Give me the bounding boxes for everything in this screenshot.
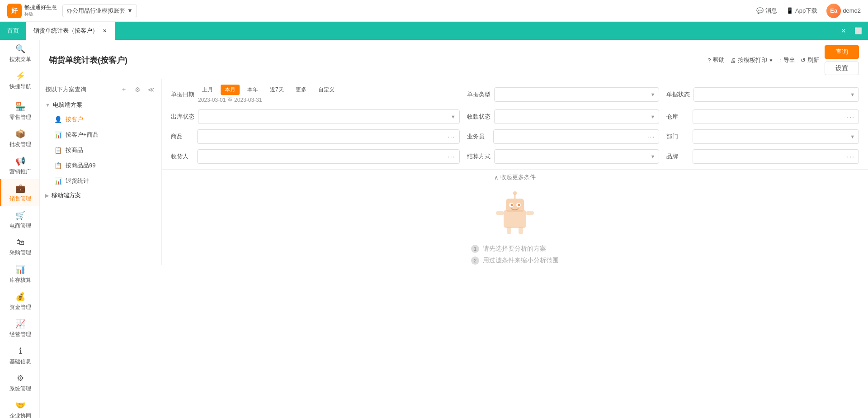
retail-icon: 🏪 <box>15 102 25 112</box>
out-status-control[interactable]: ▼ <box>198 109 460 124</box>
header-left: 好 畅捷通好生意 标版 办公用品行业模拟账套 ▼ <box>7 4 137 18</box>
search-menu-icon: 🔍 <box>15 44 25 54</box>
sidebar-item-ecommerce[interactable]: 🛒 电商管理 <box>0 206 39 233</box>
date-btn-this-year[interactable]: 本年 <box>243 85 262 95</box>
system-icon: ⚙ <box>17 373 24 383</box>
sidebar-item-sales[interactable]: 💼 销售管理 <box>0 179 39 206</box>
empty-step-1: 1 请先选择要分析的方案 <box>471 245 559 253</box>
date-label: 单据日期 <box>171 90 194 99</box>
scheme-item-by-customer-product[interactable]: 📊 按客户+商品 <box>40 127 161 142</box>
sidebar-item-purchase[interactable]: 🛍 采购管理 <box>0 233 39 261</box>
app-download-button[interactable]: 📱 App下载 <box>786 7 817 15</box>
svg-point-7 <box>513 191 517 195</box>
settings-button[interactable]: 设置 <box>825 62 859 75</box>
sidebar-item-search-menu[interactable]: 🔍 搜索菜单 <box>0 40 39 67</box>
sidebar-item-operations[interactable]: 📈 经营管理 <box>0 315 39 342</box>
header-right: 💬 消息 📱 App下载 Ea demo2 <box>756 4 861 18</box>
filter-doc-status: 单据状态 ▼ <box>666 87 859 102</box>
doc-status-control[interactable]: ▼ <box>693 87 859 102</box>
tab-sales-stats-label: 销货单统计表（按客户） <box>33 27 98 35</box>
help-label: 帮助 <box>713 56 725 64</box>
tab-sales-stats[interactable]: 销货单统计表（按客户） ✕ <box>26 22 115 40</box>
collapse-label: 收起更多条件 <box>500 173 536 181</box>
date-btn-more[interactable]: 更多 <box>292 85 311 95</box>
empty-state: 1 请先选择要分析的方案 2 用过滤条件来缩小分析范围 <box>162 185 868 265</box>
scheme-item-by-customer[interactable]: 👤 按客户 <box>40 112 161 127</box>
filter-product: 商品 ··· <box>171 129 460 144</box>
date-btn-last-7[interactable]: 近7天 <box>266 85 288 95</box>
date-btn-last-month[interactable]: 上月 <box>198 85 217 95</box>
sidebar-item-system[interactable]: ⚙ 系统管理 <box>0 369 39 396</box>
doc-type-control[interactable]: ▼ <box>494 87 660 102</box>
refresh-label: 刷新 <box>807 56 819 64</box>
brand-control[interactable]: ··· <box>693 149 859 164</box>
chevron-down-icon: ▼ <box>850 134 855 139</box>
sidebar-item-retail[interactable]: 🏪 零售管理 <box>0 98 39 125</box>
sidebar-item-marketing[interactable]: 📢 营销推广 <box>0 152 39 179</box>
message-button[interactable]: 💬 消息 <box>756 7 777 15</box>
scheme-item-label: 退货统计 <box>66 177 89 185</box>
sidebar-item-inventory[interactable]: 📊 库存核算 <box>0 261 39 288</box>
scheme-group-mobile-header[interactable]: ▶ 移动端方案 <box>40 189 161 202</box>
warehouse-control[interactable]: ··· <box>693 109 859 124</box>
product-control[interactable]: ··· <box>197 129 460 144</box>
filter-right: 单据日期 上月 本月 本年 近7天 更多 自定义 20 <box>162 79 868 265</box>
collection-status-control[interactable]: ▼ <box>494 109 660 124</box>
edit-scheme-button[interactable]: ⚙ <box>132 85 142 95</box>
filter-settlement: 结算方式 ▼ <box>467 149 660 164</box>
basic-info-icon: ℹ <box>19 346 22 356</box>
dots-icon: ··· <box>847 153 855 160</box>
filter-panel: 按以下方案查询 ＋ ⚙ ≪ ▼ 电脑端方案 👤 按客户 <box>40 79 868 265</box>
date-btn-custom[interactable]: 自定义 <box>314 85 339 95</box>
scheme-group-pc: ▼ 电脑端方案 👤 按客户 📊 按客户+商品 📋 按商品 <box>40 98 161 189</box>
department-control[interactable]: ▼ <box>693 129 859 144</box>
filter-date-field: 单据日期 上月 本月 本年 近7天 更多 自定义 20 <box>171 85 460 104</box>
template-print-button[interactable]: 🖨 按模板打印 ▼ <box>730 56 774 64</box>
sidebar-item-basic-info[interactable]: ℹ 基础信息 <box>0 342 39 369</box>
doc-type-label: 单据类型 <box>467 90 491 99</box>
tab-close-icon[interactable]: ✕ <box>101 27 108 34</box>
scheme-group-pc-header[interactable]: ▼ 电脑端方案 <box>40 98 161 112</box>
salesperson-label: 业务员 <box>467 133 490 141</box>
filter-out-status: 出库状态 ▼ <box>171 109 460 124</box>
purchase-icon: 🛍 <box>16 238 24 247</box>
sidebar-item-finance[interactable]: 💰 资金管理 <box>0 288 39 315</box>
collapse-scheme-button[interactable]: ≪ <box>146 85 156 95</box>
print-icon: 🖨 <box>730 57 736 64</box>
add-scheme-button[interactable]: ＋ <box>119 85 129 95</box>
sidebar-item-quick-nav[interactable]: ⚡ 快捷导航 <box>0 67 39 94</box>
help-button[interactable]: ? 帮助 <box>708 56 724 64</box>
scheme-item-return-stats[interactable]: 📊 退货统计 <box>40 173 161 189</box>
svg-rect-8 <box>507 227 511 234</box>
scheme-group-mobile-label: 移动端方案 <box>52 191 81 200</box>
user-profile[interactable]: Ea demo2 <box>826 4 861 18</box>
scheme-item-by-product[interactable]: 📋 按商品 <box>40 142 161 158</box>
date-btn-this-month[interactable]: 本月 <box>221 85 240 95</box>
tab-home[interactable]: 首页 <box>0 22 26 40</box>
recipient-control[interactable]: ··· <box>197 149 460 164</box>
account-selector[interactable]: 办公用品行业模拟账套 ▼ <box>62 5 137 17</box>
department-label: 部门 <box>666 133 689 141</box>
sidebar-item-wholesale[interactable]: 📦 批发管理 <box>0 125 39 152</box>
empty-illustration <box>488 185 542 239</box>
dots-icon: ··· <box>847 113 855 120</box>
collapse-bar[interactable]: ∧ 收起更多条件 <box>162 169 868 185</box>
tab-close-button[interactable]: ✕ <box>837 24 850 37</box>
page-actions: ? 帮助 🖨 按模板打印 ▼ ↑ 导出 ↺ 刷新 查询 <box>708 45 859 75</box>
step-2-text: 用过滤条件来缩小分析范围 <box>483 256 559 265</box>
ecommerce-icon: 🛒 <box>15 210 25 220</box>
scheme-item-by-product-99[interactable]: 📋 按商品品99 <box>40 158 161 173</box>
refresh-button[interactable]: ↺ 刷新 <box>801 56 819 64</box>
query-button[interactable]: 查询 <box>825 45 859 59</box>
export-button[interactable]: ↑ 导出 <box>779 56 796 64</box>
tab-maximize-button[interactable]: ⬜ <box>852 24 864 37</box>
scheme-icon-return-stats: 📊 <box>54 177 62 185</box>
salesperson-control[interactable]: ··· <box>493 129 660 144</box>
scheme-icon-by-customer: 👤 <box>54 116 62 123</box>
chevron-down-icon: ▼ <box>650 154 655 159</box>
sidebar-item-label: 资金管理 <box>9 304 31 311</box>
doc-status-label: 单据状态 <box>666 90 690 99</box>
sidebar-item-label: 企业协同 <box>9 412 31 418</box>
settlement-control[interactable]: ▼ <box>494 149 660 164</box>
sidebar-item-enterprise[interactable]: 🤝 企业协同 <box>0 396 39 418</box>
